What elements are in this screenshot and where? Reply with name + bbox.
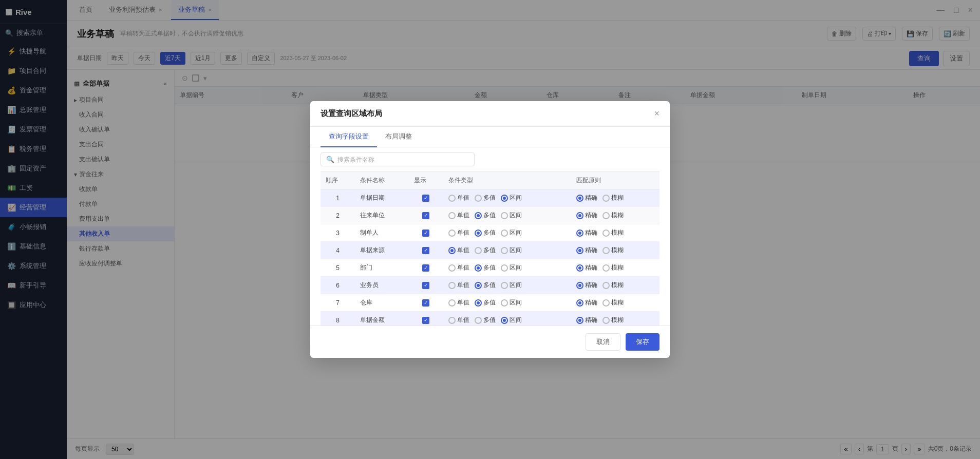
- match-fuzzy-radio[interactable]: 模糊: [602, 263, 624, 272]
- table-row: 2 往来单位 单值 多值 区间: [321, 207, 659, 224]
- range-dot: [501, 299, 508, 307]
- show-checkbox[interactable]: [422, 230, 429, 237]
- type-radio-group: 单值 多值 区间: [448, 263, 567, 272]
- type-single-radio[interactable]: 单值: [448, 194, 469, 202]
- single-dot: [448, 282, 456, 289]
- match-exact-radio[interactable]: 精确: [576, 281, 597, 290]
- match-exact-radio[interactable]: 精确: [576, 298, 597, 307]
- type-single-radio[interactable]: 单值: [448, 316, 469, 324]
- fuzzy-label: 模糊: [611, 194, 624, 202]
- type-radio-group: 单值 多值 区间: [448, 246, 567, 255]
- modal-search-box: 🔍: [321, 152, 475, 166]
- cell-show[interactable]: [409, 189, 443, 207]
- match-exact-radio[interactable]: 精确: [576, 316, 597, 324]
- modal-close-btn[interactable]: ×: [654, 108, 659, 119]
- modal-overlay: 设置查询区域布局 × 查询字段设置 布局调整 🔍 顺序 条件名称: [0, 0, 980, 459]
- cell-show[interactable]: [409, 242, 443, 259]
- type-single-radio[interactable]: 单值: [448, 281, 469, 290]
- cell-show[interactable]: [409, 277, 443, 294]
- type-multi-radio[interactable]: 多值: [475, 211, 496, 220]
- type-multi-radio[interactable]: 多值: [475, 246, 496, 255]
- modal-tab-layout-adjust[interactable]: 布局调整: [377, 127, 420, 147]
- exact-label: 精确: [585, 211, 597, 220]
- modal-search-input[interactable]: [337, 156, 469, 163]
- type-range-radio[interactable]: 区间: [501, 211, 522, 220]
- save-button[interactable]: 保存: [626, 333, 659, 351]
- multi-dot: [475, 317, 482, 324]
- cell-name: 制单人: [355, 224, 408, 242]
- cancel-button[interactable]: 取消: [586, 333, 620, 351]
- match-exact-radio[interactable]: 精确: [576, 228, 597, 237]
- type-radio-group: 单值 多值 区间: [448, 211, 567, 220]
- match-exact-radio[interactable]: 精确: [576, 263, 597, 272]
- fuzzy-dot: [602, 299, 610, 307]
- type-range-radio[interactable]: 区间: [501, 246, 522, 255]
- match-fuzzy-radio[interactable]: 模糊: [602, 211, 624, 220]
- type-range-radio[interactable]: 区间: [501, 228, 522, 237]
- tab-layout-label: 布局调整: [385, 132, 412, 140]
- show-checkbox[interactable]: [422, 195, 429, 202]
- type-multi-radio[interactable]: 多值: [475, 228, 496, 237]
- modal-search-area: 🔍: [310, 147, 670, 171]
- cell-type: 单值 多值 区间: [443, 259, 572, 277]
- type-single-radio[interactable]: 单值: [448, 246, 469, 255]
- type-range-radio[interactable]: 区间: [501, 316, 522, 324]
- range-label: 区间: [510, 316, 522, 324]
- type-multi-radio[interactable]: 多值: [475, 263, 496, 272]
- cell-order: 7: [321, 294, 355, 312]
- match-radio-group: 精确 模糊: [576, 211, 654, 220]
- modal-tab-field-settings[interactable]: 查询字段设置: [321, 127, 377, 147]
- type-range-radio[interactable]: 区间: [501, 194, 522, 202]
- multi-dot: [475, 264, 482, 272]
- show-checkbox[interactable]: [422, 299, 429, 307]
- type-radio-group: 单值 多值 区间: [448, 228, 567, 237]
- col-order: 顺序: [321, 172, 355, 189]
- type-range-radio[interactable]: 区间: [501, 298, 522, 307]
- show-checkbox[interactable]: [422, 247, 429, 254]
- match-fuzzy-radio[interactable]: 模糊: [602, 281, 624, 290]
- cell-name: 仓库: [355, 294, 408, 312]
- single-dot: [448, 195, 456, 202]
- cell-show[interactable]: [409, 294, 443, 312]
- type-single-radio[interactable]: 单值: [448, 228, 469, 237]
- match-fuzzy-radio[interactable]: 模糊: [602, 194, 624, 202]
- type-multi-radio[interactable]: 多值: [475, 298, 496, 307]
- match-exact-radio[interactable]: 精确: [576, 246, 597, 255]
- single-dot: [448, 264, 456, 272]
- type-range-radio[interactable]: 区间: [501, 281, 522, 290]
- cell-show[interactable]: [409, 224, 443, 242]
- cell-order: 6: [321, 277, 355, 294]
- col-name: 条件名称: [355, 172, 408, 189]
- type-single-radio[interactable]: 单值: [448, 263, 469, 272]
- modal-title: 设置查询区域布局: [321, 109, 382, 119]
- show-checkbox[interactable]: [422, 212, 429, 219]
- match-fuzzy-radio[interactable]: 模糊: [602, 298, 624, 307]
- cell-type: 单值 多值 区间: [443, 242, 572, 259]
- show-checkbox[interactable]: [422, 317, 429, 324]
- match-fuzzy-radio[interactable]: 模糊: [602, 316, 624, 324]
- cell-show[interactable]: [409, 207, 443, 224]
- show-checkbox[interactable]: [422, 282, 429, 289]
- type-multi-radio[interactable]: 多值: [475, 194, 496, 202]
- multi-dot: [475, 212, 482, 219]
- match-exact-radio[interactable]: 精确: [576, 194, 597, 202]
- show-checkbox[interactable]: [422, 264, 429, 272]
- exact-dot: [576, 212, 583, 219]
- type-single-radio[interactable]: 单值: [448, 211, 469, 220]
- match-radio-group: 精确 模糊: [576, 263, 654, 272]
- match-fuzzy-radio[interactable]: 模糊: [602, 246, 624, 255]
- cell-match: 精确 模糊: [571, 207, 659, 224]
- type-multi-radio[interactable]: 多值: [475, 281, 496, 290]
- table-row: 1 单据日期 单值 多值 区间: [321, 189, 659, 207]
- match-fuzzy-radio[interactable]: 模糊: [602, 228, 624, 237]
- cell-show[interactable]: [409, 259, 443, 277]
- cell-name: 单据金额: [355, 312, 408, 326]
- type-multi-radio[interactable]: 多值: [475, 316, 496, 324]
- cell-show[interactable]: [409, 312, 443, 326]
- type-single-radio[interactable]: 单值: [448, 298, 469, 307]
- match-exact-radio[interactable]: 精确: [576, 211, 597, 220]
- table-row: 3 制单人 单值 多值 区间: [321, 224, 659, 242]
- cell-match: 精确 模糊: [571, 277, 659, 294]
- type-range-radio[interactable]: 区间: [501, 263, 522, 272]
- range-label: 区间: [510, 298, 522, 307]
